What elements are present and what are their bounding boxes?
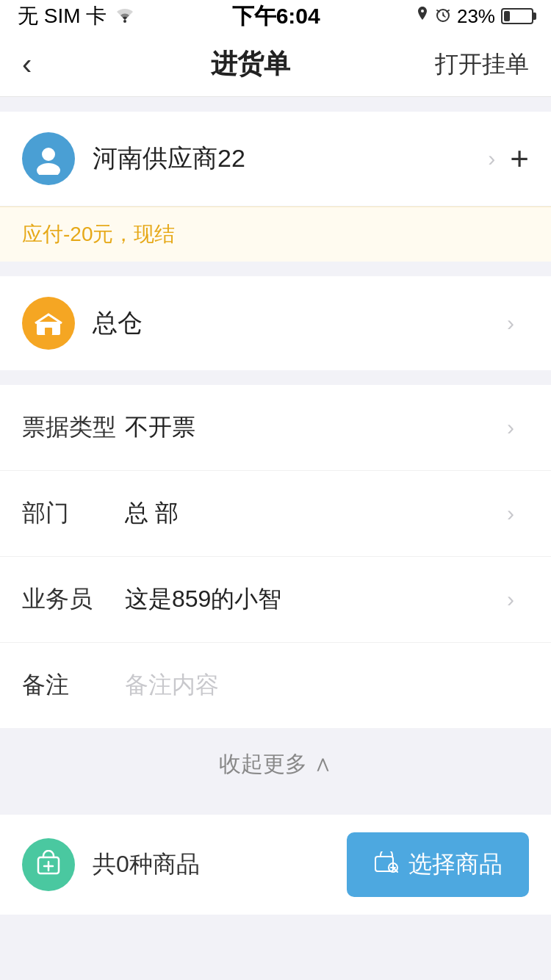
sales-chevron-icon: ›	[507, 587, 514, 612]
gap-1	[0, 97, 551, 112]
location-icon	[416, 5, 429, 28]
bottom-bar: 共0种商品 选择商品	[0, 815, 551, 915]
remark-row[interactable]: 备注 备注内容	[0, 643, 551, 728]
svg-point-2	[42, 148, 55, 161]
status-right: 23%	[416, 5, 533, 28]
page-title: 进货单	[211, 46, 290, 82]
notice-bar: 应付-20元，现结	[0, 206, 551, 262]
supplier-chevron-icon: ›	[488, 146, 495, 171]
wifi-icon	[114, 4, 136, 28]
warehouse-chevron-icon: ›	[507, 311, 514, 336]
battery-icon	[501, 8, 533, 24]
sales-label: 业务员	[22, 583, 125, 616]
invoice-type-label: 票据类型	[22, 411, 125, 444]
warehouse-section: 总仓 ›	[0, 276, 551, 370]
sales-value: 这是859的小智	[125, 583, 507, 616]
sales-row[interactable]: 业务员 这是859的小智 ›	[0, 557, 551, 643]
warehouse-row[interactable]: 总仓 ›	[0, 276, 551, 370]
invoice-chevron-icon: ›	[507, 415, 514, 440]
product-icon	[22, 838, 75, 891]
collapse-button[interactable]: 收起更多 ∧	[0, 729, 551, 800]
supplier-row[interactable]: 河南供应商22 › +	[0, 112, 551, 206]
status-time: 下午6:04	[232, 1, 320, 32]
nav-bar: ‹ 进货单 打开挂单	[0, 32, 551, 97]
svg-point-3	[37, 163, 60, 175]
svg-rect-5	[45, 328, 52, 335]
back-button[interactable]: ‹	[22, 48, 66, 81]
supplier-avatar	[22, 132, 75, 185]
dept-row[interactable]: 部门 总 部 ›	[0, 471, 551, 557]
dept-value: 总 部	[125, 497, 507, 530]
add-button[interactable]: +	[510, 143, 529, 175]
select-product-icon	[373, 851, 400, 878]
supplier-section: 河南供应商22 › + 应付-20元，现结	[0, 112, 551, 262]
select-product-label: 选择商品	[408, 849, 503, 881]
product-count-label: 共0种商品	[93, 849, 347, 881]
svg-point-0	[123, 20, 126, 23]
remark-input[interactable]: 备注内容	[125, 669, 529, 702]
warehouse-icon	[22, 297, 75, 350]
remark-label: 备注	[22, 669, 125, 702]
carrier-label: 无 SIM 卡	[18, 2, 107, 30]
status-bar: 无 SIM 卡 下午6:04 23%	[0, 0, 551, 32]
select-product-button[interactable]: 选择商品	[347, 832, 529, 897]
battery-label: 23%	[457, 5, 495, 28]
open-pending-button[interactable]: 打开挂单	[435, 48, 529, 81]
warehouse-name: 总仓	[93, 306, 507, 340]
form-section: 票据类型 不开票 › 部门 总 部 › 业务员 这是859的小智 › 备注 备注…	[0, 385, 551, 728]
invoice-type-row[interactable]: 票据类型 不开票 ›	[0, 385, 551, 471]
dept-label: 部门	[22, 497, 125, 530]
status-left: 无 SIM 卡	[18, 2, 136, 30]
supplier-name: 河南供应商22	[93, 142, 488, 176]
gap-2	[0, 262, 551, 276]
invoice-type-value: 不开票	[125, 411, 507, 444]
alarm-icon	[435, 5, 451, 28]
dept-chevron-icon: ›	[507, 501, 514, 526]
content-fill	[0, 915, 551, 980]
notice-text: 应付-20元，现结	[22, 223, 175, 245]
